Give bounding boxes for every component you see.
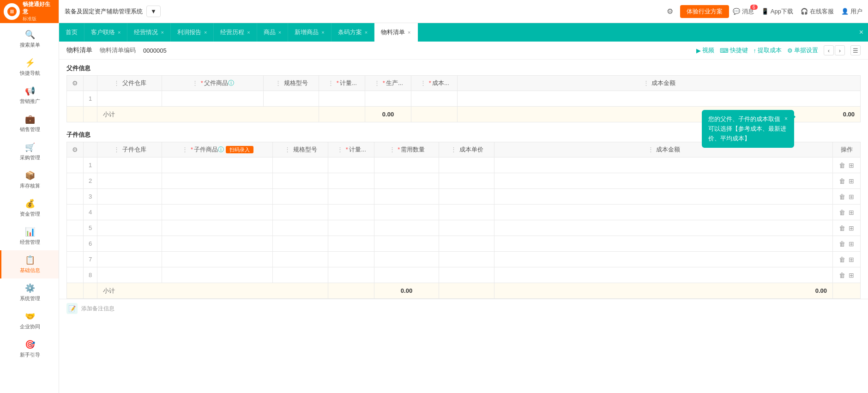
- child-row7-delete-button[interactable]: 🗑: [838, 255, 846, 264]
- child-row3-delete-button[interactable]: 🗑: [838, 192, 846, 201]
- child-product-info-icon[interactable]: ⓘ: [218, 146, 224, 153]
- child-row1-spec[interactable]: [273, 157, 328, 173]
- child-row5-spec[interactable]: [273, 220, 328, 236]
- child-row1-product[interactable]: [162, 157, 273, 173]
- system-dropdown[interactable]: ▼: [146, 6, 161, 17]
- tab-customer-close[interactable]: ×: [118, 30, 121, 35]
- child-row1-delete-button[interactable]: 🗑: [838, 161, 846, 170]
- child-row6-copy-button[interactable]: ⊞: [848, 239, 855, 248]
- child-row1-quantity[interactable]: [374, 157, 439, 173]
- user-button[interactable]: 👤 用户: [841, 7, 862, 16]
- child-row8-quantity[interactable]: [374, 267, 439, 283]
- child-row8-unit[interactable]: [328, 267, 374, 283]
- sidebar-item-operations[interactable]: 📊 经营管理: [0, 222, 59, 250]
- child-row5-product[interactable]: [162, 220, 273, 236]
- child-row5-unit-cost[interactable]: [439, 220, 494, 236]
- tab-new-product-close[interactable]: ×: [321, 30, 324, 35]
- sidebar-item-enterprise[interactable]: 🤝 企业协同: [0, 307, 59, 335]
- child-row4-unit[interactable]: [328, 205, 374, 220]
- sidebar-item-sales[interactable]: 💼 销售管理: [0, 109, 59, 138]
- child-row4-product[interactable]: [162, 205, 273, 220]
- tab-bom[interactable]: 物料清单 ×: [374, 23, 417, 42]
- tab-profit-report-close[interactable]: ×: [204, 30, 207, 35]
- child-row5-unit[interactable]: [328, 220, 374, 236]
- child-row6-product[interactable]: [162, 236, 273, 252]
- child-row8-delete-button[interactable]: 🗑: [838, 271, 846, 280]
- close-all-tabs-button[interactable]: ×: [855, 28, 868, 36]
- parent-product-info-icon[interactable]: ⓘ: [228, 79, 234, 86]
- child-row2-spec[interactable]: [273, 173, 328, 189]
- child-row4-unit-cost[interactable]: [439, 205, 494, 220]
- child-row1-copy-button[interactable]: ⊞: [848, 161, 855, 170]
- sidebar-item-purchase[interactable]: 🛒 采购管理: [0, 138, 59, 166]
- child-row6-warehouse[interactable]: [97, 236, 162, 252]
- tab-barcode[interactable]: 条码方案 ×: [332, 23, 374, 42]
- parent-row-cost[interactable]: [411, 91, 458, 107]
- single-settings-button[interactable]: ⚙ 单据设置: [787, 46, 818, 54]
- sidebar-item-search[interactable]: 🔍 搜索菜单: [0, 25, 59, 53]
- tab-product[interactable]: 商品 ×: [257, 23, 288, 42]
- tab-product-close[interactable]: ×: [278, 30, 281, 35]
- child-row8-spec[interactable]: [273, 267, 328, 283]
- tab-business-status[interactable]: 经营情况 ×: [127, 23, 170, 42]
- sidebar-item-guide[interactable]: 🎯 新手引导: [0, 335, 59, 363]
- settings-gear-button[interactable]: ⚙: [663, 5, 676, 18]
- child-table-gear-icon[interactable]: ⚙: [72, 146, 78, 153]
- child-row8-unit-cost[interactable]: [439, 267, 494, 283]
- child-row3-product[interactable]: [162, 189, 273, 205]
- tab-business-history[interactable]: 经营历程 ×: [214, 23, 257, 42]
- parent-row-production[interactable]: [365, 91, 411, 107]
- scan-input-button[interactable]: 扫码录入: [226, 146, 253, 153]
- child-row2-product[interactable]: [162, 173, 273, 189]
- child-row6-quantity[interactable]: [374, 236, 439, 252]
- child-row8-copy-button[interactable]: ⊞: [848, 271, 855, 280]
- tab-business-status-close[interactable]: ×: [161, 30, 163, 35]
- online-service-button[interactable]: 🎧 在线客服: [801, 7, 834, 16]
- child-row2-warehouse[interactable]: [97, 173, 162, 189]
- tab-barcode-close[interactable]: ×: [365, 30, 368, 35]
- sidebar-item-finance[interactable]: 💰 资金管理: [0, 194, 59, 222]
- child-row7-spec[interactable]: [273, 252, 328, 267]
- child-row2-delete-button[interactable]: 🗑: [838, 176, 846, 186]
- child-row6-unit[interactable]: [328, 236, 374, 252]
- child-row4-warehouse[interactable]: [97, 205, 162, 220]
- child-row3-warehouse[interactable]: [97, 189, 162, 205]
- prev-page-button[interactable]: ‹: [824, 45, 834, 55]
- child-row6-spec[interactable]: [273, 236, 328, 252]
- child-row5-delete-button[interactable]: 🗑: [838, 224, 846, 233]
- next-page-button[interactable]: ›: [835, 45, 845, 55]
- child-row7-unit[interactable]: [328, 252, 374, 267]
- child-row1-warehouse[interactable]: [97, 157, 162, 173]
- tab-customer[interactable]: 客户联络 ×: [84, 23, 127, 42]
- message-button[interactable]: 💬 消息 6: [733, 7, 754, 16]
- child-th-settings[interactable]: ⚙: [67, 142, 84, 157]
- tab-business-history-close[interactable]: ×: [247, 30, 250, 35]
- parent-row-spec[interactable]: [264, 91, 319, 107]
- tab-bom-close[interactable]: ×: [408, 30, 410, 35]
- child-row1-unit-cost[interactable]: [439, 157, 494, 173]
- child-row3-quantity[interactable]: [374, 189, 439, 205]
- shortcut-button[interactable]: ⌨ 快捷键: [720, 46, 748, 54]
- parent-row-warehouse[interactable]: [97, 91, 162, 107]
- child-row7-product[interactable]: [162, 252, 273, 267]
- footer-add-note[interactable]: 添加备注信息: [81, 305, 115, 313]
- child-row7-warehouse[interactable]: [97, 252, 162, 267]
- child-row4-delete-button[interactable]: 🗑: [838, 208, 846, 217]
- child-row7-unit-cost[interactable]: [439, 252, 494, 267]
- child-row6-delete-button[interactable]: 🗑: [838, 239, 846, 248]
- child-row3-unit-cost[interactable]: [439, 189, 494, 205]
- tooltip-close-button[interactable]: ×: [784, 115, 788, 123]
- extract-cost-button[interactable]: ↑ 提取成本: [753, 46, 782, 54]
- app-download-button[interactable]: 📱 App下载: [761, 7, 793, 16]
- child-row4-quantity[interactable]: [374, 205, 439, 220]
- child-row8-warehouse[interactable]: [97, 267, 162, 283]
- sidebar-item-basic-info[interactable]: 📋 基础信息: [0, 250, 59, 278]
- child-row8-product[interactable]: [162, 267, 273, 283]
- child-row2-quantity[interactable]: [374, 173, 439, 189]
- child-row7-copy-button[interactable]: ⊞: [848, 255, 855, 264]
- trial-button[interactable]: 体验行业方案: [680, 5, 729, 18]
- child-row1-unit[interactable]: [328, 157, 374, 173]
- parent-th-settings[interactable]: ⚙: [67, 76, 84, 91]
- child-row6-unit-cost[interactable]: [439, 236, 494, 252]
- child-row2-unit-cost[interactable]: [439, 173, 494, 189]
